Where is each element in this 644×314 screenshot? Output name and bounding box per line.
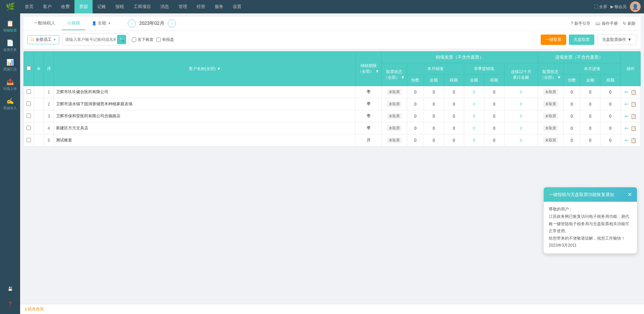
sale-quarter-amount-link[interactable]: 0: [473, 90, 475, 95]
nav-manage[interactable]: 管理: [174, 0, 192, 13]
fullscreen-btn[interactable]: ⛶ 全屏: [594, 4, 607, 10]
row-input-month-amount: 0: [580, 98, 600, 110]
manual-btn[interactable]: 📖 操作手册: [595, 21, 618, 26]
row-checkbox[interactable]: [26, 89, 31, 94]
row-sale-month-tax: 0: [444, 86, 464, 98]
continuous12-link[interactable]: 0: [520, 114, 522, 119]
refresh-icon: ↻: [623, 21, 626, 26]
sale-quarter-amount-link[interactable]: 0: [473, 126, 475, 131]
tab-general-taxpayer[interactable]: 一般纳税人: [29, 17, 60, 30]
sale-quarter-amount-link[interactable]: 0: [473, 114, 475, 119]
tab-small-scale[interactable]: 小规模: [62, 17, 85, 30]
my-accounts-checkbox[interactable]: [132, 38, 136, 42]
nav-home[interactable]: 首页: [20, 0, 38, 13]
row-settings-cell: [34, 86, 44, 98]
row-sale-quarter-tax: 0: [484, 98, 504, 110]
header-right: ? 新手引导 📖 操作手册 ↻ 刷新: [571, 21, 636, 26]
row-tax-period: 月: [356, 134, 381, 146]
diskless-operation-label: 无盘取票操作: [602, 37, 626, 43]
manual-icon: 📖: [595, 21, 600, 26]
select-all-checkbox[interactable]: [26, 66, 31, 70]
nav-customer[interactable]: 客户: [38, 0, 56, 13]
diskless-fetch-btn[interactable]: 无盘取票: [569, 35, 594, 45]
row-actions: ✏ 📋: [621, 86, 641, 98]
search-input[interactable]: [65, 37, 116, 42]
tax-policy-link[interactable]: ℹ 税务政策: [25, 306, 44, 312]
user-avatar[interactable]: 👤: [630, 1, 641, 12]
sidebar-item-summary[interactable]: 📊 票据汇总: [1, 56, 19, 74]
nav-operation[interactable]: 经营: [192, 0, 210, 13]
row-continuous12: 0: [504, 110, 538, 122]
sidebar-item-issue-invoice[interactable]: 📄 发票开具: [1, 36, 19, 55]
nav-settings[interactable]: 设置: [228, 0, 246, 13]
sidebar-item-label-smart: 智能取票: [3, 28, 17, 33]
row-actions: ✏ 📋: [621, 98, 641, 110]
row-index: 5: [44, 134, 54, 146]
sidebar-item-smart-invoice[interactable]: 📋 智能取票: [1, 17, 19, 36]
nav-bookkeeping[interactable]: 记账: [93, 0, 111, 13]
continuous12-link[interactable]: 0: [520, 126, 522, 131]
view-icon[interactable]: 📋: [631, 138, 636, 143]
sidebar-item-scan[interactable]: 📤 扫描上传: [1, 75, 19, 94]
nav-business[interactable]: 工商项目: [129, 0, 156, 13]
nav-right: ⛶ 全屏 ▶ 畅会员 👤: [594, 1, 641, 12]
action-buttons: 一键取票 无盘取票 无盘取票操作 ▼: [541, 35, 637, 45]
continuous12-link[interactable]: 0: [520, 102, 522, 107]
my-accounts-filter[interactable]: 名下账套: [132, 37, 154, 43]
filter-icon[interactable]: ▼: [217, 66, 221, 71]
notification-close-btn[interactable]: ✕: [628, 191, 632, 198]
row-sale-status: 未取票: [381, 122, 407, 134]
filter-icon4[interactable]: ▼: [557, 75, 561, 80]
sidebar-item-label-scan: 扫描上传: [3, 86, 17, 91]
view-icon[interactable]: 📋: [631, 114, 636, 119]
tab-all-ability[interactable]: 👤 全能 ▼: [87, 17, 116, 30]
view-icon[interactable]: 📋: [631, 126, 636, 131]
refresh-btn[interactable]: ↻ 刷新: [623, 21, 636, 26]
search-btn[interactable]: 🔍: [117, 35, 126, 44]
row-sale-status: 未取票: [381, 86, 407, 98]
has-tax-device-checkbox[interactable]: [156, 38, 161, 42]
edit-icon[interactable]: ✏: [625, 126, 629, 131]
beginner-guide-btn[interactable]: ? 新手引导: [571, 21, 590, 26]
nav-tax[interactable]: 报税: [111, 0, 129, 13]
sidebar-item-entry[interactable]: ✍️ 票据录入: [1, 95, 19, 113]
next-period-btn[interactable]: ›: [168, 19, 176, 27]
view-icon[interactable]: 📋: [631, 89, 636, 95]
edit-icon[interactable]: ✏: [625, 114, 629, 119]
sidebar-help-btn[interactable]: ❓: [3, 297, 17, 311]
sidebar-download-btn[interactable]: 💾: [3, 282, 17, 296]
nav-fee[interactable]: 收费: [56, 0, 74, 13]
row-continuous12: 0: [504, 122, 538, 134]
prev-period-btn[interactable]: ‹: [128, 19, 136, 27]
main-content: 一般纳税人 小规模 👤 全能 ▼ ‹ 2023年02月 › ? 新手引导: [20, 13, 644, 314]
row-checkbox[interactable]: [26, 126, 31, 130]
nav-message[interactable]: 消息: [156, 0, 174, 13]
row-checkbox[interactable]: [26, 138, 31, 142]
settings-icon[interactable]: ⚙: [37, 66, 41, 71]
sale-quarter-amount-link[interactable]: 0: [473, 138, 475, 143]
edit-icon[interactable]: ✏: [625, 102, 629, 107]
edit-icon[interactable]: ✏: [625, 138, 629, 143]
th-input-month-tax: 税额: [600, 75, 621, 86]
row-input-status: 未取票: [538, 122, 563, 134]
th-input-invoice-group: 进项发票（不含作废票）: [538, 52, 620, 63]
filter-icon2[interactable]: ▼: [375, 69, 379, 74]
sale-quarter-amount-link[interactable]: 0: [473, 102, 475, 107]
nav-service[interactable]: 服务: [210, 0, 228, 13]
nav-invoice[interactable]: 票据: [74, 0, 93, 13]
employee-filter[interactable]: ☑ 全部员工 ▼: [28, 35, 59, 44]
row-checkbox[interactable]: [26, 114, 31, 118]
continuous12-link[interactable]: 0: [520, 138, 522, 143]
vip-btn[interactable]: ▶ 畅会员: [610, 4, 627, 10]
one-click-fetch-btn[interactable]: 一键取票: [541, 35, 566, 45]
continuous12-link[interactable]: 0: [520, 90, 522, 95]
filter-icon3[interactable]: ▼: [401, 75, 405, 80]
toolbar-row: ☑ 全部员工 ▼ 🔍 名下账套 有税盘 一键取票 无盘取票 无盘取票操作 ▼: [23, 30, 641, 49]
view-icon[interactable]: 📋: [631, 102, 636, 107]
has-tax-device-filter[interactable]: 有税盘: [156, 37, 174, 43]
row-sale-quarter-amount: 0: [464, 98, 484, 110]
sidebar-item-label-summary: 票据汇总: [3, 67, 17, 72]
diskless-operation-dropdown[interactable]: 无盘取票操作 ▼: [597, 35, 637, 45]
edit-icon[interactable]: ✏: [625, 89, 629, 95]
row-checkbox[interactable]: [26, 102, 31, 106]
